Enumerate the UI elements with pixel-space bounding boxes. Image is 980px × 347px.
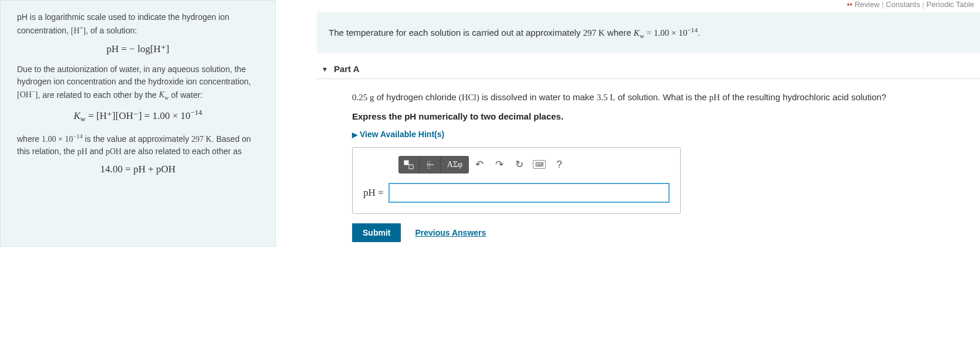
constants-link[interactable]: Constants — [886, 0, 920, 9]
main-content: ▪▪ Review | Constants | Periodic Table T… — [276, 0, 980, 247]
caret-down-icon: ▼ — [322, 66, 328, 73]
submit-button[interactable]: Submit — [352, 223, 401, 242]
part-a-body: 0.25 g of hydrogen chloride (HCl) is dis… — [317, 79, 980, 247]
previous-answers-link[interactable]: Previous Answers — [415, 228, 486, 237]
part-label: Part A — [334, 64, 360, 74]
keyboard-button[interactable]: ⌨ — [530, 156, 549, 174]
question-text: 0.25 g of hydrogen chloride (HCl) is dis… — [352, 91, 975, 104]
svg-text:□: □ — [427, 165, 430, 169]
svg-rect-1 — [409, 165, 413, 169]
part-a-header[interactable]: ▼ Part A — [317, 53, 980, 79]
undo-button[interactable]: ↶ — [470, 156, 489, 174]
redo-button[interactable]: ↷ — [490, 156, 509, 174]
fraction-button[interactable]: □□ — [420, 156, 441, 174]
context-box: The temperature for each solution is car… — [317, 12, 980, 53]
periodic-table-link[interactable]: Periodic Table — [927, 0, 974, 9]
formula-kw: Kw = [H⁺][OH⁻] = 1.00 × 10−14 — [17, 108, 259, 124]
formula-ph-poh: 14.00 = pH + pOH — [17, 164, 259, 175]
reset-button[interactable]: ↻ — [510, 156, 529, 174]
help-button[interactable]: ? — [550, 156, 569, 174]
view-hints-button[interactable]: ▶View Available Hint(s) — [352, 130, 975, 139]
chevron-right-icon: ▶ — [352, 131, 357, 139]
review-link[interactable]: Review — [854, 0, 880, 9]
greek-button[interactable]: ΑΣφ — [441, 156, 469, 174]
sidebar-p1: pH is a logarithmic scale used to indica… — [17, 11, 259, 37]
top-links: ▪▪ Review | Constants | Periodic Table — [317, 0, 980, 12]
sidebar-p2: Due to the autoionization of water, in a… — [17, 63, 259, 103]
equation-toolbar: x □□ ΑΣφ ↶ ↷ ↻ ⌨ ? — [398, 156, 670, 174]
sidebar-p3: where 1.00 × 10−14 is the value at appro… — [17, 132, 259, 158]
template-button[interactable]: x — [398, 156, 420, 174]
svg-text:x: x — [405, 161, 407, 166]
instruction-text: Express the pH numerically to two decima… — [352, 111, 975, 121]
info-sidebar: pH is a logarithmic scale used to indica… — [0, 0, 276, 247]
answer-input[interactable] — [388, 183, 670, 203]
answer-label: pH = — [363, 187, 384, 199]
answer-box: x □□ ΑΣφ ↶ ↷ ↻ ⌨ ? pH = — [352, 147, 681, 214]
formula-ph: pH = − log[H⁺] — [17, 43, 259, 55]
periodic-table-icon: ▪▪ — [847, 0, 852, 9]
